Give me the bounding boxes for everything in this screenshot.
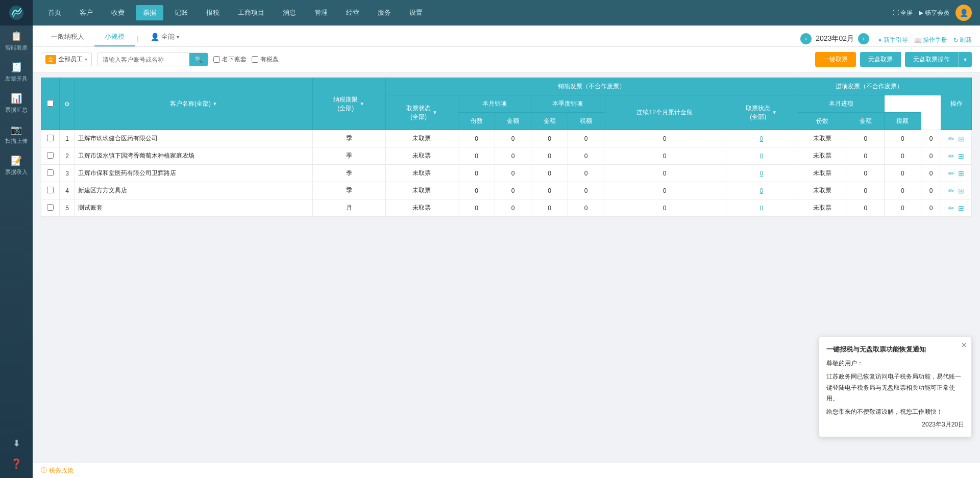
notification-title: 一键报税与无盘取票功能恢复通知 <box>826 343 964 355</box>
member-button[interactable]: ▶ 畅享会员 <box>919 9 949 17</box>
nav-message[interactable]: 消息 <box>276 5 303 20</box>
nav-tax[interactable]: 报税 <box>199 5 227 20</box>
search-input[interactable] <box>97 54 189 66</box>
nav-billing[interactable]: 收费 <box>104 5 132 20</box>
search-button[interactable]: 🔍 <box>189 53 208 66</box>
sales-fetch-filter-icon[interactable]: ▼ <box>432 110 437 115</box>
row-actions: ✏ ⊞ <box>941 147 972 165</box>
row-checkbox[interactable] <box>47 187 54 193</box>
sidebar-item-scan-upload[interactable]: 📷 扫描上传 <box>0 119 33 150</box>
sidebar-item-smart-fetch[interactable]: 📋 智能取票 <box>0 26 33 57</box>
diskless-ops-dropdown[interactable]: ▾ <box>958 52 972 67</box>
row-actions: ✏ ⊞ <box>941 130 972 147</box>
search-input-wrap: 🔍 <box>97 53 208 66</box>
invoice-summary-icon: 📊 <box>11 93 22 104</box>
table-row: 1 卫辉市玖玖健合医药有限公司 季 未取票 0 0 0 0 0 0 未取票 0 … <box>41 130 972 147</box>
sidebar-download-button[interactable]: ⬇ <box>0 434 33 452</box>
nav-invoice[interactable]: 票据 <box>136 5 163 20</box>
issue-invoice-icon: 🧾 <box>11 62 22 73</box>
row-quarterly-tax: 0 <box>604 182 725 199</box>
tax-policy-link[interactable]: ⓘ 税务政策 <box>41 466 74 475</box>
play-icon: ▶ <box>919 9 923 16</box>
nav-home[interactable]: 首页 <box>41 5 68 20</box>
nav-customer[interactable]: 客户 <box>72 5 100 20</box>
tab-general-taxpayer[interactable]: 一般纳税人 <box>41 28 94 46</box>
tax-disk-filter-checkbox[interactable] <box>252 56 258 63</box>
user-avatar[interactable]: 👤 <box>955 5 972 21</box>
tax-period-filter-icon[interactable]: ▼ <box>359 101 364 107</box>
row-actions: ✏ ⊞ <box>941 182 972 199</box>
notification-body: 一键报税与无盘取票功能恢复通知 尊敬的用户： 江苏政务网已恢复访问电子税务局功能… <box>819 337 971 437</box>
edit-icon[interactable]: ✏ <box>948 169 954 178</box>
subscribed-filter-label[interactable]: 名下账套 <box>213 55 247 64</box>
th-cumulative-12m: 连续12个月累计金额 <box>604 95 725 130</box>
purchase-fetch-filter-icon[interactable]: ▼ <box>772 110 777 115</box>
invoice-entry-icon: 📝 <box>11 155 22 166</box>
sidebar-item-issue-invoice[interactable]: 🧾 发票开具 <box>0 57 33 88</box>
employee-filter-select[interactable]: 全 全部员工 ▾ <box>41 53 92 66</box>
edit-icon[interactable]: ✏ <box>948 204 954 212</box>
nav-industrial[interactable]: 工商项目 <box>231 5 272 20</box>
row-purchase-monthly-amount: 0 <box>884 130 921 147</box>
row-monthly-amount: 0 <box>495 182 531 199</box>
nav-settings[interactable]: 设置 <box>402 5 430 20</box>
notification-close-button[interactable]: ✕ <box>961 340 967 350</box>
row-customer-name: 测试账套 <box>75 199 313 217</box>
row-cumulative-12m: 0 <box>725 182 798 199</box>
row-checkbox[interactable] <box>47 135 54 141</box>
sidebar-item-invoice-summary[interactable]: 📊 票据汇总 <box>0 88 33 119</box>
detail-icon[interactable]: ⊞ <box>958 135 964 143</box>
nav-operations[interactable]: 经营 <box>339 5 366 20</box>
row-checkbox-cell <box>41 147 60 165</box>
row-checkbox[interactable] <box>47 204 54 211</box>
row-purchase-monthly-tax: 0 <box>921 165 941 182</box>
row-checkbox[interactable] <box>47 152 54 159</box>
detail-icon[interactable]: ⊞ <box>958 169 964 178</box>
diskless-ops-button[interactable]: 无盘取票操作 <box>905 52 958 67</box>
edit-icon[interactable]: ✏ <box>948 152 954 160</box>
operation-manual-link[interactable]: 📖 操作手册 <box>914 36 947 44</box>
customer-filter-icon[interactable]: ▼ <box>212 101 217 107</box>
row-checkbox[interactable] <box>47 169 54 176</box>
edit-icon[interactable]: ✏ <box>948 135 954 143</box>
fullscreen-icon: ⛶ <box>893 9 899 16</box>
period-next-button[interactable]: › <box>858 33 869 44</box>
detail-icon[interactable]: ⊞ <box>958 187 964 195</box>
diskless-fetch-button[interactable]: 无盘取票 <box>860 52 901 67</box>
nav-bookkeeping[interactable]: 记账 <box>167 5 195 20</box>
row-tax-period: 季 <box>312 165 385 182</box>
row-actions: ✏ ⊞ <box>941 165 972 182</box>
tab-all[interactable]: 👤 全能 ▾ <box>140 28 189 46</box>
period-prev-button[interactable]: ‹ <box>800 33 812 44</box>
newbie-guide-link[interactable]: ✦ 新手引导 <box>877 36 908 44</box>
period-display: 2023年02月 <box>816 34 854 43</box>
nav-management[interactable]: 管理 <box>307 5 335 20</box>
row-fetch-status-purchase: 未取票 <box>798 182 847 199</box>
edit-icon[interactable]: ✏ <box>948 187 954 195</box>
tab-bar: 一般纳税人 小规模 | 👤 全能 ▾ ‹ 2023年02月 › ✦ 新手引导 📖 <box>33 26 980 47</box>
sidebar-item-invoice-entry[interactable]: 📝 票据录入 <box>0 150 33 181</box>
row-monthly-amount: 0 <box>495 130 531 147</box>
fullscreen-button[interactable]: ⛶ 全屏 <box>893 9 913 17</box>
sidebar-logo <box>0 0 33 26</box>
row-tax-period: 季 <box>312 182 385 199</box>
notification-date: 2023年3月20日 <box>826 419 964 431</box>
row-quarterly-amount: 0 <box>568 147 604 165</box>
row-monthly-tax: 0 <box>531 182 568 199</box>
nav-service[interactable]: 服务 <box>371 5 398 20</box>
detail-icon[interactable]: ⊞ <box>958 204 964 212</box>
row-tax-period: 季 <box>312 130 385 147</box>
settings-icon[interactable]: ⚙ <box>64 100 70 108</box>
row-fetch-status-purchase: 未取票 <box>798 165 847 182</box>
sidebar-help-button[interactable]: ❓ <box>0 455 33 473</box>
refresh-link[interactable]: ↻ 刷新 <box>953 36 972 44</box>
row-fetch-status-sales: 未取票 <box>385 199 458 217</box>
tab-small-scale[interactable]: 小规模 <box>94 28 135 46</box>
one-click-fetch-button[interactable]: 一键取票 <box>815 52 856 67</box>
detail-icon[interactable]: ⊞ <box>958 152 964 160</box>
row-actions: ✏ ⊞ <box>941 199 972 217</box>
select-all-checkbox[interactable] <box>47 100 54 107</box>
tax-disk-filter-label[interactable]: 有税盘 <box>252 55 279 64</box>
row-index: 3 <box>60 165 75 182</box>
subscribed-filter-checkbox[interactable] <box>213 56 220 63</box>
